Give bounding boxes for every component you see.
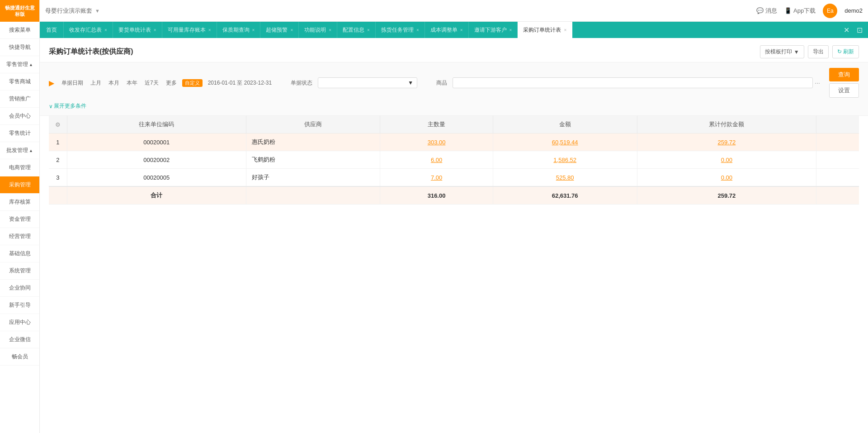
- logo-text: 畅捷通好生意标版: [5, 5, 35, 18]
- cell-amount-2[interactable]: 525.80: [493, 169, 637, 187]
- sidebar-item-15[interactable]: 企业协同: [0, 280, 39, 297]
- table-row-1: 200020002飞鹤奶粉6.001,586.520.00: [49, 151, 859, 169]
- app-download-action[interactable]: 📱 App下载: [784, 7, 816, 15]
- tab-9[interactable]: 成本调整单×: [425, 22, 469, 38]
- sidebar-item-13[interactable]: 基础信息: [0, 245, 39, 262]
- filter-toggle-icon[interactable]: ▶: [49, 79, 54, 87]
- sidebar-item-11[interactable]: 资金管理: [0, 211, 39, 228]
- sidebar-item-16[interactable]: 新手引导: [0, 297, 39, 314]
- cell-paid-1[interactable]: 0.00: [637, 151, 816, 169]
- tab-5[interactable]: 超储预警×: [260, 22, 299, 38]
- sidebar-item-18[interactable]: 企业微信: [0, 331, 39, 348]
- goods-more-icon[interactable]: ···: [815, 79, 820, 86]
- export-button[interactable]: 导出: [808, 45, 829, 58]
- page-header: 采购订单统计表(按供应商) 按模板打印 ▼ 导出 ↻ 刷新: [40, 38, 868, 62]
- template-print-button[interactable]: 按模板打印 ▼: [760, 45, 804, 58]
- tab-label-0: 首页: [46, 26, 57, 34]
- tab-7[interactable]: 配置信息×: [337, 22, 376, 38]
- sidebar-item-19[interactable]: 畅会员: [0, 348, 39, 366]
- sidebar-item-10[interactable]: 库存核算: [0, 194, 39, 211]
- tab-close-7[interactable]: ×: [367, 28, 370, 33]
- table-row-0: 100020001惠氏奶粉303.0060,519.44259.72: [49, 133, 859, 151]
- tab-6[interactable]: 功能说明×: [299, 22, 337, 38]
- maximize-btn[interactable]: ⊡: [855, 25, 864, 35]
- shortcut-this-year[interactable]: 本年: [125, 78, 139, 88]
- tab-11[interactable]: 采购订单统计表×: [518, 22, 572, 38]
- gear-icon[interactable]: ⚙: [55, 121, 61, 128]
- shortcut-more[interactable]: 更多: [164, 78, 179, 88]
- table-container: ⚙ 往来单位编码 供应商 主数量 金额 累计付款金额 100020001惠氏奶粉…: [40, 116, 868, 205]
- sidebar: 畅捷通好生意标版 搜索菜单快捷导航零售管理▲零售商城营销推广会员中心零售统计批发…: [0, 0, 40, 433]
- footer-empty-1: [49, 186, 67, 205]
- tab-close-10[interactable]: ×: [509, 28, 512, 33]
- cell-qty-0[interactable]: 303.00: [380, 133, 493, 151]
- sidebar-item-2[interactable]: 零售管理▲: [0, 56, 39, 73]
- col-extra: [816, 116, 859, 133]
- tab-3[interactable]: 可用量库存账本×: [162, 22, 217, 38]
- tab-label-8: 拣货任务管理: [381, 26, 414, 34]
- sidebar-item-3[interactable]: 零售商城: [0, 73, 39, 90]
- cell-supplier-0: 惠氏奶粉: [246, 133, 380, 151]
- tab-1[interactable]: 收发存汇总表×: [64, 22, 113, 38]
- tab-close-3[interactable]: ×: [208, 28, 211, 33]
- goods-input[interactable]: [453, 77, 813, 88]
- query-button[interactable]: 查询: [829, 68, 859, 81]
- sidebar-item-6[interactable]: 零售统计: [0, 125, 39, 142]
- tab-close-9[interactable]: ×: [460, 28, 463, 33]
- tab-label-10: 邀请下游客户: [474, 26, 507, 34]
- shortcut-7days[interactable]: 近7天: [143, 78, 160, 88]
- tab-close-8[interactable]: ×: [416, 28, 419, 33]
- sidebar-item-5[interactable]: 会员中心: [0, 108, 39, 125]
- tab-close-1[interactable]: ×: [104, 28, 107, 33]
- cell-code-1: 00020002: [67, 151, 246, 169]
- cell-amount-0[interactable]: 60,519.44: [493, 133, 637, 151]
- workspace-selector[interactable]: 母婴行业演示账套 ▼: [45, 7, 756, 15]
- shortcut-prev-month[interactable]: 上月: [89, 78, 103, 88]
- col-qty: 主数量: [380, 116, 493, 133]
- sidebar-item-4[interactable]: 营销推广: [0, 90, 39, 108]
- sidebar-item-1[interactable]: 快捷导航: [0, 39, 39, 56]
- sidebar-item-7[interactable]: 批发管理▲: [0, 142, 39, 159]
- cell-num-2: 3: [49, 169, 67, 187]
- tab-8[interactable]: 拣货任务管理×: [376, 22, 425, 38]
- tab-10[interactable]: 邀请下游客户×: [469, 22, 518, 38]
- tab-close-5[interactable]: ×: [290, 28, 293, 33]
- cell-paid-2[interactable]: 0.00: [637, 169, 816, 187]
- cell-paid-0[interactable]: 259.72: [637, 133, 816, 151]
- goods-filter-label: 商品: [436, 79, 447, 87]
- cell-num-1: 2: [49, 151, 67, 169]
- tab-2[interactable]: 要货单统计表×: [113, 22, 162, 38]
- cell-qty-2[interactable]: 7.00: [380, 169, 493, 187]
- date-from: 2016-01-01: [208, 80, 236, 86]
- sidebar-arrow-icon-2: ▲: [29, 62, 33, 67]
- tab-0[interactable]: 首页: [40, 22, 64, 38]
- settings-button[interactable]: 设置: [829, 83, 859, 98]
- tabbar-end: ✕ ⊡: [838, 22, 868, 38]
- cell-qty-1[interactable]: 6.00: [380, 151, 493, 169]
- sidebar-item-9[interactable]: 采购管理: [0, 176, 39, 194]
- refresh-button[interactable]: ↻ 刷新: [832, 45, 859, 58]
- sidebar-item-8[interactable]: 电商管理: [0, 159, 39, 176]
- sidebar-arrow-icon-7: ▲: [29, 148, 33, 153]
- status-select[interactable]: ▼: [318, 77, 417, 88]
- action-buttons: 查询 设置: [829, 68, 859, 98]
- message-action[interactable]: 💬 消息: [756, 7, 777, 15]
- sidebar-item-0[interactable]: 搜索菜单: [0, 22, 39, 39]
- tab-close-11[interactable]: ×: [564, 28, 566, 33]
- tab-label-5: 超储预警: [266, 26, 288, 34]
- sidebar-item-12[interactable]: 经营管理: [0, 228, 39, 245]
- expand-more-button[interactable]: ∨ 展开更多条件: [49, 102, 859, 110]
- user-avatar[interactable]: Ea: [823, 4, 837, 18]
- close-tab-btn[interactable]: ✕: [842, 25, 851, 35]
- sidebar-item-14[interactable]: 系统管理: [0, 262, 39, 280]
- tab-4[interactable]: 保质期查询×: [217, 22, 261, 38]
- tab-label-1: 收发存汇总表: [69, 26, 102, 34]
- tab-close-6[interactable]: ×: [329, 28, 331, 33]
- tab-close-4[interactable]: ×: [252, 28, 255, 33]
- shortcut-this-month[interactable]: 本月: [107, 78, 121, 88]
- sidebar-item-17[interactable]: 应用中心: [0, 314, 39, 331]
- footer-extra: [816, 186, 859, 205]
- cell-amount-1[interactable]: 1,586.52: [493, 151, 637, 169]
- tabbar: 首页收发存汇总表×要货单统计表×可用量库存账本×保质期查询×超储预警×功能说明×…: [40, 22, 868, 38]
- tab-close-2[interactable]: ×: [154, 28, 156, 33]
